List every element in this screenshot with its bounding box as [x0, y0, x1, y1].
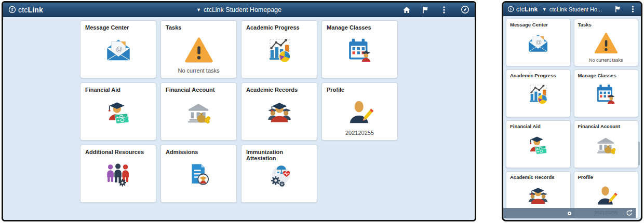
graduates-group-icon — [526, 184, 551, 208]
tile-academic-progress[interactable]: Academic Progress — [506, 69, 571, 117]
tile-academic-records[interactable]: Academic Records — [241, 82, 317, 141]
tile-label: Manage Classes — [327, 24, 394, 31]
home-icon[interactable] — [403, 6, 411, 14]
tile-financial-aid[interactable]: Financial Aid — [80, 82, 156, 141]
tile-label: Manage Classes — [578, 73, 635, 78]
tile-label: Admissions — [166, 149, 233, 155]
tile-financial-account[interactable]: Financial Account — [574, 120, 639, 168]
tile-message-center[interactable]: Message Center — [506, 19, 571, 66]
progress-chart-icon — [526, 82, 551, 107]
homepage-selector-dropdown[interactable]: ▼ ctcLink Student Homepage — [196, 6, 281, 13]
app-header: ctcLink ▼ ctcLink Student Homepage — [3, 3, 475, 17]
tile-label: Financial Account — [578, 124, 635, 129]
tile-label: Tasks — [166, 24, 233, 31]
tile-academic-progress[interactable]: Academic Progress — [241, 20, 317, 78]
tile-profile[interactable]: Profile 202120255 — [321, 82, 398, 141]
message-envelope-icon — [526, 31, 551, 56]
tile-tasks[interactable]: Tasks No current tasks — [160, 20, 237, 78]
tile-label: Tasks — [578, 22, 635, 27]
tile-status-text: 202120255 — [322, 130, 397, 136]
tile-label: Financial Aid — [510, 124, 567, 129]
mobile-device-frame: ctcLink ▼ ctcLink Student Ho... Message … — [502, 1, 642, 221]
tile-label: Academic Progress — [510, 73, 567, 78]
tile-tasks[interactable]: Tasks No current tasks — [574, 19, 639, 66]
homepage-selector-dropdown[interactable]: ▼ ctcLink Student Ho... — [542, 6, 602, 12]
kebab-menu-icon[interactable] — [629, 5, 637, 13]
warning-triangle-icon — [184, 35, 214, 65]
tile-manage-classes[interactable]: Manage Classes — [321, 20, 398, 78]
tile-grid: Message Center Tasks No current tasks Ac… — [503, 16, 641, 221]
class-calendar-icon — [594, 82, 619, 107]
tile-admissions[interactable]: Admissions — [160, 145, 237, 203]
warning-triangle-icon — [594, 31, 619, 56]
ctclink-logo-icon — [507, 6, 514, 12]
class-calendar-icon — [345, 35, 375, 65]
tile-immunization-attestation[interactable]: Immunization Attestation — [241, 145, 317, 203]
refresh-icon[interactable] — [625, 209, 633, 217]
tile-label: Additional Resources — [85, 149, 153, 155]
bank-coins-icon — [594, 133, 619, 158]
ctclink-logo: ctcLink — [8, 6, 43, 14]
tile-manage-classes[interactable]: Manage Classes — [574, 69, 639, 117]
bank-coins-icon — [184, 97, 214, 128]
ctclink-logo-text: ctcLink — [18, 6, 43, 14]
ctclink-logo-icon — [8, 6, 16, 13]
tile-status-text: No current tasks — [574, 58, 638, 63]
flag-icon[interactable] — [614, 5, 622, 13]
people-gear-icon — [103, 160, 133, 190]
tile-grid: Message Center Tasks No current tasks Ac… — [80, 20, 398, 203]
tile-label: Academic Progress — [246, 24, 314, 31]
ctclink-logo-text: ctcLink — [516, 6, 538, 13]
tile-additional-resources[interactable]: Additional Resources — [80, 145, 156, 203]
mobile-bottom-bar — [503, 208, 636, 218]
scrollbar-thumb[interactable] — [638, 142, 640, 165]
graduate-money-icon — [526, 133, 551, 158]
tile-message-center[interactable]: Message Center — [80, 20, 156, 78]
kebab-menu-icon[interactable] — [440, 6, 448, 14]
tile-financial-aid[interactable]: Financial Aid — [506, 120, 571, 168]
person-pencil-icon — [594, 184, 619, 208]
desktop-browser-frame: ctcLink ▼ ctcLink Student Homepage Messa… — [2, 1, 476, 221]
tile-label: Academic Records — [246, 87, 314, 93]
person-pencil-icon — [345, 97, 375, 128]
flag-icon[interactable] — [421, 6, 430, 14]
application-document-icon — [184, 160, 214, 190]
graduates-group-icon — [264, 97, 294, 128]
tile-financial-account[interactable]: Financial Account — [160, 82, 237, 141]
chevron-down-icon: ▼ — [542, 7, 547, 12]
page-indicator-dot[interactable] — [568, 212, 571, 215]
chevron-down-icon: ▼ — [196, 7, 201, 12]
tile-label: Profile — [327, 87, 394, 93]
tile-label: Message Center — [510, 22, 567, 27]
tile-label: Message Center — [85, 24, 153, 31]
page-title-truncated: ctcLink Student Ho... — [549, 6, 602, 12]
message-envelope-icon — [103, 35, 133, 65]
tile-label: Academic Records — [510, 175, 567, 180]
navbar-compass-icon[interactable] — [461, 5, 469, 14]
tile-label: Profile — [578, 175, 635, 180]
app-header-mobile: ctcLink ▼ ctcLink Student Ho... — [503, 3, 641, 16]
tile-label: Financial Aid — [85, 87, 153, 93]
ctclink-logo: ctcLink — [507, 6, 538, 13]
progress-chart-icon — [264, 35, 294, 65]
gears-health-icon — [264, 160, 294, 190]
page-title: ctcLink Student Homepage — [204, 6, 281, 13]
tile-status-text: No current tasks — [161, 67, 236, 74]
tile-label: Financial Account — [166, 87, 233, 93]
graduate-money-icon — [103, 97, 133, 128]
